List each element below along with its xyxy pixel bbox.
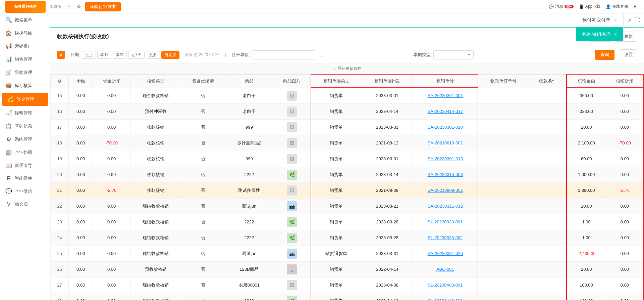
cell-write_off_no[interactable]: SA-20230301-010 [413,119,478,135]
last-7-days-btn[interactable]: 近7天 [128,51,145,59]
cell-write_off_discount: 0.00 [606,277,644,293]
app-download-group[interactable]: 📱 App下载 [579,4,600,9]
cell-cash_discount: 0.00 [93,230,130,246]
tab-close-prepay[interactable]: ✕ [614,18,617,23]
write-off-no-link[interactable]: SA-20230314-008 [428,172,463,177]
user-group[interactable]: Rit [634,4,639,9]
settings-icon[interactable]: ⚙ [76,3,81,10]
cell-receipt_condition [529,198,567,214]
cell-product_img: 🌿 [273,167,311,182]
cell-write_off_type: 收款核销 [130,182,181,198]
cell-write_off_no[interactable]: SA-20230321-012 [413,198,478,214]
sidebar-item-wechat[interactable]: 💬企业微信 [0,185,50,198]
sidebar-label-finance: 资金管理 [17,96,34,102]
sidebar-item-enterprise[interactable]: 🏢企业协同 [0,146,50,159]
cell-write_off_no[interactable]: SA-20210808-001 [413,182,478,198]
tab-collection[interactable]: 收款核销执行✕ [576,27,624,41]
cell-write_off_no[interactable]: SA-20210813-001 [413,135,478,151]
write-off-no-link[interactable]: SA-20210808-001 [428,188,463,193]
order-type-select[interactable] [433,50,474,59]
cell-product_img: 📷 [273,198,311,214]
write-off-no-link[interactable]: SA-20230414-017 [428,109,463,114]
write-off-no-link[interactable]: SL-20230418-001 [428,298,463,300]
more-date-btn[interactable]: 更多 [146,51,160,59]
cell-gear: 20 [51,167,69,182]
sidebar-item-member[interactable]: V畅会员 [0,198,50,211]
cell-cash_discount: -2.76 [93,182,130,198]
sidebar-item-marketing[interactable]: 📢营销推广 [0,40,50,53]
cell-gear: 28 [51,293,69,300]
sidebar-item-purchase[interactable]: 🛒采购管理 [0,66,50,79]
cell-write_off_amount: 20.00 [567,119,606,135]
cell-write_off_no[interactable]: SL-20230328-002 [413,230,478,246]
this-month-btn[interactable]: 本月 [97,51,111,59]
col-header-write_off_discount: 核销折扣 [606,74,644,88]
cell-write_off_no[interactable]: SL-20230328-001 [413,214,478,230]
maximize-btn[interactable]: ⛶ [635,17,640,23]
last-month-btn[interactable]: 上月 [82,51,96,59]
cell-include_settled: 否 [181,151,225,167]
table-row: 260.000.00预收款核销否123D商品🏢销货单2022-04-14ABC-… [51,261,644,277]
sidebar-item-business[interactable]: 📈经营管理 [0,106,50,120]
write-off-no-link[interactable]: SA-20230301-010 [428,156,463,161]
write-off-no-link[interactable]: SL-20230328-001 [428,219,463,224]
cell-include_settled: 否 [181,214,225,230]
sidebar-item-inventory[interactable]: 📦库存核算 [0,79,50,92]
cell-write_off_no[interactable]: SL-20230418-001 [413,293,478,300]
order-type-label: 单据类型 [413,52,431,58]
sidebar-item-guide[interactable]: 📖新手引导 [0,159,50,172]
cell-write_off_amount: 1.00 [567,230,606,246]
sidebar-icon-system: ⚙ [5,136,12,142]
write-off-no-link[interactable]: SA-20230321-012 [428,204,463,209]
cell-write_off_no[interactable]: SA-20230301-001 [413,88,478,103]
custom-date-btn[interactable]: 自定义 [161,51,179,59]
cell-balance: 0.00 [69,198,93,214]
write-off-no-link[interactable]: SA-20230301-001 [428,93,463,98]
product-img: 🖼 [287,91,297,101]
cell-product_img: 🖼 [273,135,311,151]
col-header-product_img: 商品图片 [273,74,311,88]
tab-close-collection[interactable]: ✕ [614,32,617,37]
filter-settings-btn[interactable]: 设置 [620,49,637,60]
cell-write_off_amount: 1,000.00 [567,167,606,182]
write-off-no-link[interactable]: SL-20230328-002 [428,235,463,240]
sidebar-item-sales[interactable]: 📊销售管理 [0,53,50,66]
cell-write_off_no[interactable]: SA-20230301-010 [413,151,478,167]
cell-write_off_no[interactable]: ABC-001 [413,261,478,277]
sidebar-item-system[interactable]: ⚙系统管理 [0,133,50,146]
cell-write_off_no[interactable]: SA-20230331-026 [413,246,478,261]
table-row: 170.000.00收款核销否999🖼销货单2023-03-01SA-20230… [51,119,644,135]
write-off-no-link[interactable]: ABC-001 [436,267,454,272]
this-year-btn[interactable]: 本年 [113,51,127,59]
write-off-no-link[interactable]: SA-20230301-010 [428,125,463,130]
service-group[interactable]: 👤 在线客服 [606,4,628,9]
write-off-no-link[interactable]: SL-20230408-001 [428,283,463,288]
cell-product_img: 🖼 [273,277,311,293]
sidebar-item-finance[interactable]: 💰资金管理 [2,93,48,106]
sidebar-item-search[interactable]: 🔍搜索菜单 [0,13,50,27]
sidebar-item-hardware[interactable]: 🖥智能硬件 [0,172,50,185]
cell-write_off_no[interactable]: SL-20230408-001 [413,277,478,293]
tab-prepay[interactable]: 预付冲应付单✕ [576,13,624,27]
solution-btn[interactable]: 休验行业方案 [85,2,121,11]
write-off-no-link[interactable]: SA-20230331-026 [428,251,463,256]
cell-write_off_no[interactable]: SA-20230414-017 [413,103,478,119]
filter-expand-btn[interactable]: » [57,51,65,59]
cell-write_off_type: 现结收款核销 [130,277,181,293]
message-label: 消息 [555,4,563,9]
col-header-include_settled: 包含已结清 [181,74,225,88]
cell-write_off_bill_type: 销货单 [311,103,362,119]
from-unit-input[interactable] [252,50,315,59]
cell-write_off_no[interactable]: SA-20230314-008 [413,167,478,182]
sidebar-item-nav[interactable]: 🏠快捷导航 [0,27,50,40]
message-icon-group[interactable]: 💬 消息 99+ [549,4,574,9]
cell-write_off_type: 收款核销 [130,135,181,151]
close-tab-btn[interactable]: ✕ [628,17,632,24]
cell-write_off_amount: 360.00 [567,88,606,103]
write-off-no-link[interactable]: SA-20210813-001 [428,140,463,145]
sidebar-icon-hardware: 🖥 [5,175,12,181]
query-btn[interactable]: 查询 [595,50,614,60]
sidebar-item-basic[interactable]: 📋基础信息 [0,120,50,133]
sidebar-icon-marketing: 📢 [5,43,12,49]
expand-more-btn[interactable]: ∨ 展开更多条件 [333,66,362,72]
